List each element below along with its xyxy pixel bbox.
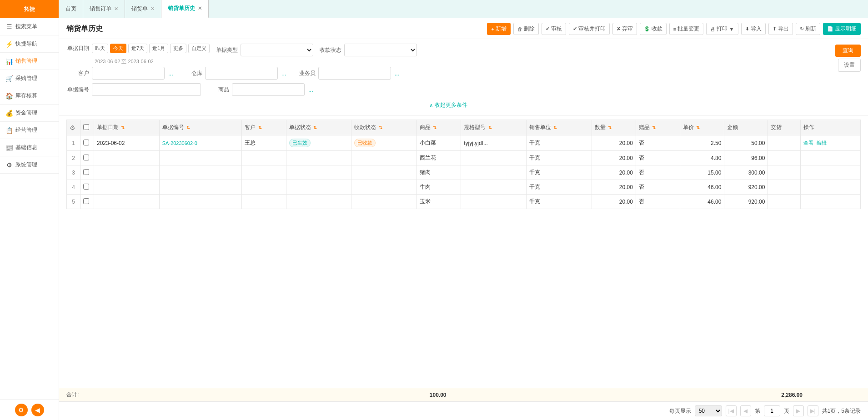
spec-type-cell: tyjyjtyjdf...	[461, 135, 527, 151]
doc-number-link[interactable]: SA-20230602-0	[162, 140, 197, 146]
sidebar-item-system-mgmt[interactable]: ⚙ 系统管理	[0, 156, 59, 174]
refresh-button[interactable]: ↻ 刷新	[796, 23, 820, 35]
sidebar-item-operations[interactable]: 📋 经营管理	[0, 122, 59, 139]
doc-status-col-header[interactable]: 单据状态 ⇅	[286, 120, 351, 135]
custom-btn[interactable]: 自定义	[188, 44, 210, 53]
salesperson-input[interactable]	[318, 67, 391, 80]
tab-home-label: 首页	[65, 5, 76, 13]
abandon-button[interactable]: ✘ 弃审	[612, 23, 637, 35]
doc-type-select[interactable]	[241, 44, 313, 56]
date-filter-label: 单据日期	[66, 45, 89, 52]
sidebar-item-finance[interactable]: 💰 资金管理	[0, 105, 59, 122]
doc-number-cell	[159, 195, 242, 209]
op-btn[interactable]: 查看	[803, 140, 813, 145]
product-input[interactable]	[232, 83, 305, 96]
op-btn[interactable]: 编辑	[817, 140, 827, 145]
amount-cell: 920.00	[724, 195, 768, 209]
yesterday-btn[interactable]: 昨天	[92, 44, 108, 53]
select-all-checkbox[interactable]	[83, 124, 89, 130]
last7days-btn[interactable]: 近7天	[128, 44, 147, 53]
row-num-cell: 3	[67, 165, 80, 180]
tab-sales-history[interactable]: 销货单历史 ✕	[161, 0, 209, 18]
table-row: 1 2023-06-02 SA-20230602-0 王总 已生效 已收款 小白…	[67, 135, 861, 151]
import-button[interactable]: ⬇ 导入	[741, 23, 766, 35]
tab-sales-delivery-close[interactable]: ✕	[151, 6, 155, 12]
date-filter-item: 单据日期 昨天 今天 近7天 近1月 更多 自定义	[66, 44, 210, 53]
tab-home[interactable]: 首页	[59, 0, 83, 18]
tab-sales-history-close[interactable]: ✕	[198, 5, 202, 11]
collect-button[interactable]: 💲 收款	[640, 23, 667, 35]
doc-date-cell	[94, 180, 160, 195]
salesperson-ellipsis-btn[interactable]: ...	[394, 70, 401, 77]
doc-number-input[interactable]	[92, 83, 201, 96]
next-page-btn[interactable]: ▶	[793, 405, 804, 416]
row-checkbox[interactable]	[83, 140, 89, 145]
prev-page-btn[interactable]: ◀	[740, 405, 751, 416]
doc-date-cell	[94, 195, 160, 209]
sales-unit-col-header[interactable]: 销售单位 ⇅	[526, 120, 592, 135]
spec-type-col-header[interactable]: 规格型号 ⇅	[461, 120, 527, 135]
batch-change-button[interactable]: ≡ 批量变更	[669, 23, 703, 35]
column-settings-icon[interactable]: ⚙	[70, 124, 75, 131]
page-number-input[interactable]: 1	[764, 405, 780, 416]
doc-number-col-header[interactable]: 单据编号 ⇅	[159, 120, 242, 135]
page-label: 第	[755, 407, 760, 415]
row-checkbox[interactable]	[83, 155, 89, 160]
sidebar-item-search-menu[interactable]: ☰ 搜索菜单	[0, 18, 59, 35]
product-col-header[interactable]: 商品 ⇅	[417, 120, 461, 135]
sidebar-item-inventory[interactable]: 🏠 库存核算	[0, 87, 59, 105]
sidebar-item-quick-nav[interactable]: ⚡ 快捷导航	[0, 35, 59, 53]
today-btn[interactable]: 今天	[110, 44, 126, 53]
row-num-cell: 5	[67, 195, 80, 209]
customer-input[interactable]	[92, 67, 165, 80]
tab-sales-delivery[interactable]: 销货单 ✕	[125, 0, 161, 18]
audit-print-button[interactable]: ✔ 审核并打印	[569, 23, 610, 35]
spec-type-sort-icon: ⇅	[488, 125, 492, 130]
last-page-btn[interactable]: ▶|	[808, 405, 818, 416]
sidebar-item-basic-info[interactable]: 📰 基础信息	[0, 139, 59, 156]
customer-ellipsis-btn[interactable]: ...	[167, 70, 174, 77]
product-col-label: 商品	[420, 124, 431, 130]
collect-status-select[interactable]	[344, 44, 417, 56]
unit-price-col-header[interactable]: 单价 ⇅	[680, 120, 724, 135]
sidebar-settings-btn[interactable]: ⚙	[15, 404, 28, 416]
checkbox-cell	[80, 135, 94, 151]
print-button[interactable]: 🖨 打印 ▼	[706, 23, 738, 35]
delete-button[interactable]: 🗑 删除	[513, 23, 539, 35]
amount-col-label: 金额	[727, 124, 738, 130]
tab-sales-history-label: 销货单历史	[168, 5, 195, 12]
audit-button[interactable]: ✔ 审核	[542, 23, 566, 35]
new-button[interactable]: + 新增	[487, 23, 510, 35]
spec-type-col-label: 规格型号	[464, 124, 486, 130]
warehouse-ellipsis-btn[interactable]: ...	[281, 70, 287, 77]
doc-date-cell: 2023-06-02	[94, 135, 160, 151]
quantity-col-header[interactable]: 数量 ⇅	[592, 120, 636, 135]
tab-sales-order-close[interactable]: ✕	[114, 6, 118, 12]
export-button[interactable]: ⬆ 导出	[768, 23, 793, 35]
row-checkbox[interactable]	[83, 198, 89, 204]
customer-sort-icon: ⇅	[258, 125, 262, 130]
row-checkbox[interactable]	[83, 169, 89, 175]
show-details-button[interactable]: 📄 显示明细	[823, 23, 861, 35]
warehouse-input[interactable]	[205, 67, 278, 80]
doc-date-col-header[interactable]: 单据日期 ⇅	[94, 120, 160, 135]
collapse-btn[interactable]: ∧ 收起更多条件	[429, 101, 467, 109]
print-arrow-icon: ▼	[729, 26, 734, 32]
sidebar-collapse-btn[interactable]: ◀	[31, 404, 44, 416]
operation-cell: 查看 编辑	[800, 135, 860, 151]
customer-col-header[interactable]: 客户 ⇅	[242, 120, 286, 135]
last1month-btn[interactable]: 近1月	[149, 44, 168, 53]
sidebar-item-purchase-mgmt[interactable]: 🛒 采购管理	[0, 70, 59, 87]
quick-nav-icon: ⚡	[5, 40, 13, 48]
tab-sales-order[interactable]: 销售订单 ✕	[83, 0, 125, 18]
row-checkbox[interactable]	[83, 184, 89, 190]
first-page-btn[interactable]: |◀	[726, 405, 737, 416]
collect-status-col-header[interactable]: 收款状态 ⇅	[351, 120, 417, 135]
product-ellipsis-btn[interactable]: ...	[307, 86, 314, 93]
per-page-select[interactable]: 50 100	[695, 405, 722, 416]
set-button[interactable]: 设置	[838, 59, 861, 72]
query-button[interactable]: 查询	[835, 45, 861, 57]
sidebar-item-sales-mgmt[interactable]: 📊 销售管理	[0, 53, 59, 70]
gift-col-header[interactable]: 赠品 ⇅	[636, 120, 680, 135]
more-btn[interactable]: 更多	[170, 44, 186, 53]
